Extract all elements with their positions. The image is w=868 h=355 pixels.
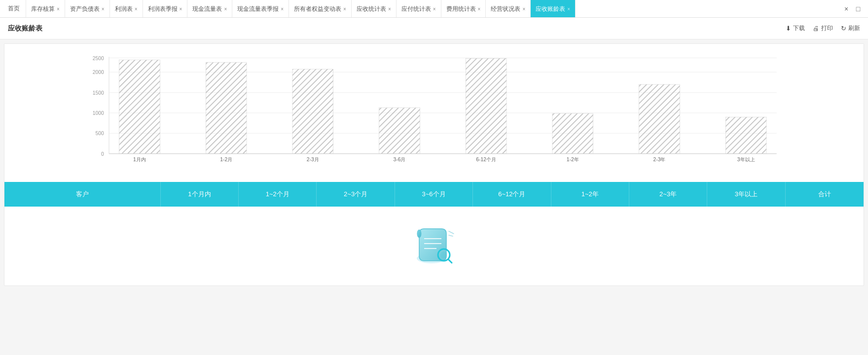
window-controls: × □ [842,5,866,13]
svg-point-30 [417,230,421,238]
page-title: 应收账龄表 [8,24,42,33]
tab-close-icon[interactable]: × [57,6,60,12]
tab-bar: 首页 库存核算×资产负债表×利润表×利润表季报×现金流量表×现金流量表季报×所有… [0,0,868,18]
tab-label: 应收统计表 [357,5,386,13]
tab-close-icon[interactable]: × [281,6,284,12]
tab-inventory[interactable]: 库存核算× [26,0,65,18]
chart-area: 0 500 1000 1500 2000 2500 1月内 1-2月 2-3月 [4,44,864,182]
tab-close-icon[interactable]: × [522,6,525,12]
bar-1-2月 [206,63,247,154]
svg-text:2500: 2500 [93,56,104,61]
tab-close-icon[interactable]: × [343,6,346,12]
bar-1-2年 [552,113,593,154]
print-icon: 🖨 [813,25,819,32]
refresh-icon: ↻ [841,25,846,32]
tab-label: 库存核算 [31,5,55,13]
tab-close-icon[interactable]: × [135,6,138,12]
tab-label: 利润表季报 [148,5,178,13]
empty-icon [409,221,459,271]
tab-close-icon[interactable]: × [224,6,227,12]
svg-text:500: 500 [95,131,104,136]
tab-cashflow[interactable]: 现金流量表× [187,0,232,18]
table-header-cell: 3~6个月 [395,182,473,207]
maximize-button[interactable]: □ [854,5,862,13]
tab-label: 所有者权益变动表 [294,5,341,13]
tab-close-icon[interactable]: × [102,6,105,12]
bar-3年以上 [725,117,766,153]
tab-label: 现金流量表季报 [237,5,279,13]
svg-text:1000: 1000 [93,110,104,116]
tab-profit-loss[interactable]: 利润表× [110,0,143,18]
tab-label: 费用统计表 [446,5,476,13]
table-header-cell: 3年以上 [707,182,785,207]
tab-ar-aging[interactable]: 应收账龄表× [531,0,576,18]
refresh-button[interactable]: ↻ 刷新 [841,24,860,33]
tab-home[interactable]: 首页 [2,0,26,18]
table-header-cell: 1~2年 [551,182,629,207]
tab-profit-quarterly[interactable]: 利润表季报× [143,0,188,18]
close-button[interactable]: × [842,5,850,13]
table-header-cell: 2~3年 [629,182,707,207]
tab-balance-sheet[interactable]: 资产负债表× [65,0,110,18]
table-header-cell: 6~12个月 [473,182,551,207]
tab-close-icon[interactable]: × [478,6,481,12]
svg-text:3年以上: 3年以上 [737,157,755,162]
tab-ar-stats[interactable]: 应收统计表× [352,0,397,18]
table-header-cell: 客户 [4,182,161,207]
download-button[interactable]: ⬇ 下载 [786,24,805,33]
table-header-cell: 1~2个月 [239,182,317,207]
bar-6-12月 [466,58,506,153]
svg-text:2000: 2000 [93,70,104,75]
svg-text:2-3月: 2-3月 [307,157,319,162]
header-actions: ⬇ 下载 🖨 打印 ↻ 刷新 [786,24,860,33]
page-header: 应收账龄表 ⬇ 下载 🖨 打印 ↻ 刷新 [0,18,868,39]
tab-expense-stats[interactable]: 费用统计表× [441,0,486,18]
svg-text:0: 0 [101,151,104,157]
print-button[interactable]: 🖨 打印 [813,24,833,33]
tab-business-status[interactable]: 经营状况表× [486,0,531,18]
tab-home-label: 首页 [8,4,20,13]
table-header-cell: 合计 [786,182,864,207]
tab-close-icon[interactable]: × [433,6,436,12]
bar-3-6月 [379,108,420,154]
svg-text:6-12个月: 6-12个月 [476,157,496,162]
print-label: 打印 [821,24,833,33]
refresh-label: 刷新 [848,24,860,33]
bar-2-3年 [639,84,680,154]
download-label: 下载 [793,24,805,33]
tab-label: 利润表 [115,5,133,13]
tab-close-icon[interactable]: × [180,6,182,12]
tab-equity-changes[interactable]: 所有者权益变动表× [289,0,352,18]
svg-text:1-2年: 1-2年 [567,157,579,162]
svg-text:1月内: 1月内 [133,157,146,162]
svg-text:3-6月: 3-6月 [394,157,406,162]
bar-1月内 [119,60,160,154]
table-header: 客户1个月内1~2个月2~3个月3~6个月6~12个月1~2年2~3年3年以上合… [4,182,864,207]
tab-label: 资产负债表 [70,5,100,13]
empty-state [4,207,864,285]
svg-text:2-3年: 2-3年 [653,157,666,162]
svg-text:1500: 1500 [93,90,104,96]
table-header-cell: 1个月内 [161,182,239,207]
table-header-cell: 2~3个月 [317,182,395,207]
tab-close-icon[interactable]: × [567,6,570,12]
tab-close-icon[interactable]: × [388,6,391,12]
tab-ap-stats[interactable]: 应付统计表× [397,0,441,18]
tab-label: 应付统计表 [401,5,431,13]
tab-label: 现金流量表 [192,5,222,13]
tab-label: 应收账龄表 [536,5,565,13]
tab-cashflow-quarterly[interactable]: 现金流量表季报× [232,0,289,18]
bar-2-3月 [292,69,333,154]
main-content: 0 500 1000 1500 2000 2500 1月内 1-2月 2-3月 [4,43,864,286]
svg-point-28 [440,251,447,258]
svg-line-29 [448,259,452,263]
svg-text:1-2月: 1-2月 [220,157,232,162]
download-icon: ⬇ [786,25,791,32]
tab-label: 经营状况表 [491,5,520,13]
